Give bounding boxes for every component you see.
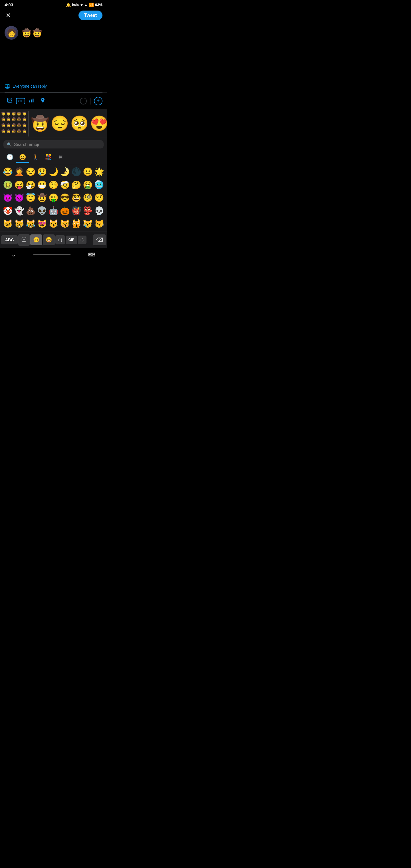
emoji-item[interactable]: 😻	[36, 217, 48, 230]
cat-people[interactable]: 🚶	[29, 152, 42, 163]
cat-recent[interactable]: 🕐	[3, 152, 16, 163]
emoji-variant[interactable]: 😍	[90, 115, 107, 132]
add-tweet-button[interactable]: +	[94, 97, 102, 105]
sticker-panel-button[interactable]: 😄	[43, 235, 55, 245]
emoji-item[interactable]: 😐	[82, 165, 93, 179]
emoji-item[interactable]: 🤧	[25, 179, 36, 192]
emoji-item[interactable]: 😼	[48, 217, 59, 230]
emoji-item[interactable]: 🌟	[93, 165, 105, 179]
wifi-icon: ▲	[84, 3, 88, 7]
hulu-icon: hulu	[72, 3, 79, 7]
emoji-item[interactable]: 🤓	[70, 191, 82, 205]
top-nav: ✕ Tweet	[0, 8, 107, 23]
sticker-button[interactable]	[18, 234, 30, 246]
emoji-item[interactable]: 🌑	[70, 165, 82, 179]
emoji-item[interactable]: 😽	[59, 217, 70, 230]
emoji-item[interactable]: 🤠	[36, 191, 48, 205]
emoji-search-row: 🔍	[0, 138, 107, 151]
emoji-item[interactable]: 😎	[59, 191, 70, 205]
keyboard-switch-button[interactable]: ⌨	[88, 252, 96, 258]
emoji-item[interactable]: 😝	[14, 179, 25, 192]
emoji-item[interactable]: 🙀	[70, 217, 82, 230]
notification-icon: 🔔	[66, 3, 71, 7]
emoji-variant-strip[interactable]: 🤠 😔 🥺 😍 🤠	[29, 115, 107, 132]
emoji-item[interactable]: 💀	[93, 205, 105, 218]
emoji-item[interactable]: 😸	[14, 217, 25, 230]
emoji-item[interactable]: 👺	[82, 205, 93, 218]
cat-activities[interactable]: 🎊	[42, 152, 55, 163]
emoji-item[interactable]: 😿	[82, 217, 93, 230]
svg-rect-3	[31, 100, 32, 102]
emoji-variant[interactable]: 🤠	[31, 115, 50, 132]
close-button[interactable]: ✕	[5, 10, 12, 20]
emoji-item[interactable]: 🥶	[93, 179, 105, 192]
emoji-item[interactable]: 🌛	[59, 165, 70, 179]
keyboard-bottom-toolbar: ABC 😊 😄 ( ) GIF :-) ⌫	[0, 231, 107, 248]
emoji-item[interactable]: 👻	[14, 205, 25, 218]
tweet-content: 🤠🤠	[22, 28, 102, 38]
emoji-item[interactable]: 🤨	[93, 191, 105, 205]
emoji-item[interactable]: 🤖	[48, 205, 59, 218]
abc-button[interactable]: ABC	[1, 235, 18, 244]
gif-keyboard-button[interactable]: GIF	[66, 236, 77, 244]
backspace-button[interactable]: ⌫	[93, 235, 106, 245]
poll-button[interactable]	[26, 95, 36, 107]
svg-point-1	[8, 99, 9, 100]
image-button[interactable]	[5, 95, 15, 107]
emoji-variant[interactable]: 🥺	[70, 115, 89, 132]
emoji-item[interactable]: 😾	[93, 217, 105, 230]
location-button[interactable]	[38, 95, 48, 107]
nav-pill	[33, 254, 70, 255]
emoji-item[interactable]: 🤑	[48, 191, 59, 205]
cat-face[interactable]: 😀	[16, 152, 29, 163]
emoji-item[interactable]: 😇	[25, 191, 36, 205]
emoji-mosaic: 🤠🤠🤠🤠🤠 🤠🤠🤠🤠🤠 🤠🤠🤠🤠🤠 🤠🤠🤠🤠🤠	[0, 111, 29, 136]
emoji-item[interactable]: 💩	[25, 205, 36, 218]
emoji-keyboard-button[interactable]: 😊	[30, 235, 42, 245]
emoji-search-input[interactable]	[14, 142, 100, 147]
separator	[90, 98, 91, 104]
gif-button[interactable]: GIF	[16, 98, 25, 104]
emoji-grid: 😂 🤦 😒 😢 🌙 🌛 🌑 😐 🌟 🤢 😝 🤧 😷 🤥 🤕 🤔 🤮 🥶 😈 👿 …	[0, 164, 107, 231]
emoji-variant[interactable]: 😔	[51, 115, 69, 132]
emoji-item[interactable]: 🐱	[2, 217, 14, 230]
cat-objects[interactable]: 🖥	[55, 152, 66, 163]
emoji-item[interactable]: 🤦	[14, 165, 25, 179]
emoji-item[interactable]: 🧐	[82, 191, 93, 205]
emoji-item[interactable]: 👹	[70, 205, 82, 218]
emoji-item[interactable]: 😒	[25, 165, 36, 179]
emoji-item[interactable]: 🤕	[59, 179, 70, 192]
emoji-item[interactable]: 😈	[2, 191, 14, 205]
emoji-item[interactable]: 🌙	[48, 165, 59, 179]
emoji-item[interactable]: 😷	[36, 179, 48, 192]
emoji-top-strip: 🤠🤠🤠🤠🤠 🤠🤠🤠🤠🤠 🤠🤠🤠🤠🤠 🤠🤠🤠🤠🤠 🤠 😔 🥺 😍 🤠	[0, 110, 107, 138]
emoji-item[interactable]: 😹	[25, 217, 36, 230]
tweet-input-area[interactable]: 🤠🤠	[22, 26, 102, 76]
emoji-category-tabs: 🕐 😀 🚶 🎊 🖥	[0, 151, 107, 164]
kaomoji-button[interactable]: ( )	[55, 235, 65, 244]
emoji-item[interactable]: 😂	[2, 165, 14, 179]
emoji-item[interactable]: 👽	[36, 205, 48, 218]
reply-setting[interactable]: 🌐 Everyone can reply	[0, 80, 107, 92]
textface-button[interactable]: :-)	[77, 236, 87, 244]
emoji-item[interactable]: 🤔	[70, 179, 82, 192]
emoji-search-box: 🔍	[3, 140, 104, 149]
emoji-item[interactable]: 🤮	[82, 179, 93, 192]
emoji-item[interactable]: 🤡	[2, 205, 14, 218]
toolbar: GIF +	[0, 93, 107, 109]
avatar: 🧑	[5, 26, 18, 40]
svg-rect-2	[29, 100, 30, 102]
emoji-item[interactable]: 😢	[36, 165, 48, 179]
system-nav: ⌄ ⌨	[0, 248, 107, 260]
emoji-item[interactable]: 👿	[14, 191, 25, 205]
signal-icon: 📶	[89, 3, 94, 7]
reply-setting-label: Everyone can reply	[12, 84, 47, 89]
emoji-item[interactable]: 🤢	[2, 179, 14, 192]
battery-icon: 93%	[95, 3, 102, 7]
emoji-item[interactable]: 🤥	[48, 179, 59, 192]
back-gesture-button[interactable]: ⌄	[11, 252, 16, 258]
search-icon: 🔍	[7, 142, 12, 147]
tweet-button[interactable]: Tweet	[78, 10, 102, 20]
emoji-item[interactable]: 🎃	[59, 205, 70, 218]
globe-icon: 🌐	[5, 83, 10, 89]
